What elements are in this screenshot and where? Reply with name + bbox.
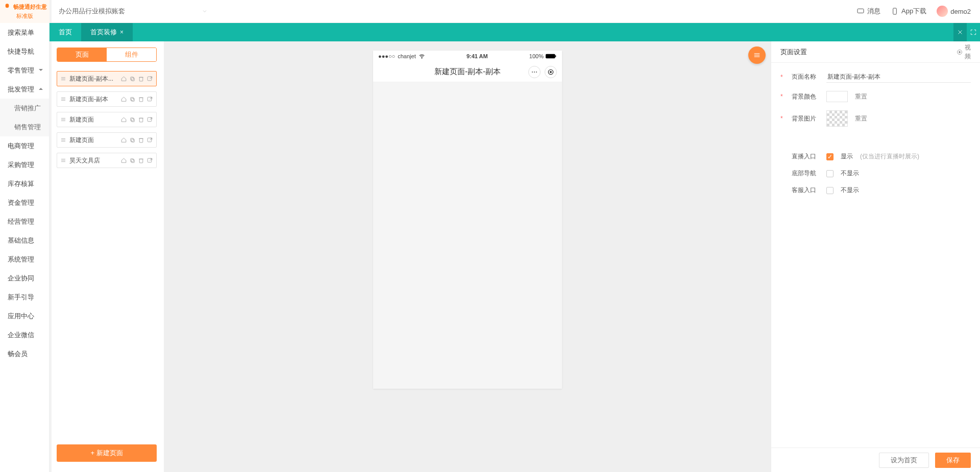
service-checkbox[interactable] <box>826 187 834 194</box>
share-icon[interactable] <box>146 76 153 82</box>
left-nav: 搜索菜单 快捷导航 零售管理 批发管理 营销推广 销售管理 电商管理 采购管理 … <box>0 23 50 472</box>
phone-preview: ●●●○○ chanjet 9:41 AM 100% 新建页面-副本- <box>373 51 562 389</box>
copy-icon[interactable] <box>129 137 136 144</box>
segment-component[interactable]: 组件 <box>107 48 156 61</box>
share-icon[interactable] <box>146 137 153 144</box>
video-help-link[interactable]: 视频 <box>957 43 971 61</box>
nav-retail[interactable]: 零售管理 <box>0 61 49 80</box>
nav-quick-nav[interactable]: 快捷导航 <box>0 42 49 61</box>
share-icon[interactable] <box>146 116 153 123</box>
nav-enterprise[interactable]: 企业协同 <box>0 269 49 288</box>
segment-page[interactable]: 页面 <box>57 48 107 61</box>
nav-search-menu[interactable]: 搜索菜单 <box>0 23 49 42</box>
tab-close-icon[interactable]: × <box>120 29 124 36</box>
canvas-menu-fab[interactable] <box>748 46 766 64</box>
page-name: 新建页面 <box>69 136 117 145</box>
delete-icon[interactable] <box>138 116 144 123</box>
home-icon[interactable] <box>120 76 127 82</box>
home-icon[interactable] <box>120 96 127 103</box>
drag-icon <box>60 76 66 82</box>
messages-link[interactable]: 消息 <box>856 7 880 16</box>
nav-funds[interactable]: 资金管理 <box>0 193 49 212</box>
nav-wechat-work[interactable]: 企业微信 <box>0 325 49 344</box>
bg-image-swatch[interactable] <box>826 110 848 127</box>
drag-icon <box>60 96 66 102</box>
live-show-checkbox[interactable]: ✓ <box>826 153 834 160</box>
segment-control: 页面 组件 <box>57 48 157 62</box>
home-icon[interactable] <box>120 157 127 164</box>
bg-image-reset[interactable]: 重置 <box>855 114 867 123</box>
phone-body[interactable] <box>373 82 562 389</box>
page-card[interactable]: 昊天文具店 <box>57 153 157 168</box>
delete-icon[interactable] <box>138 96 144 103</box>
page-card[interactable]: 新建页面 <box>57 112 157 127</box>
page-card[interactable]: 新建页面 <box>57 132 157 148</box>
svg-line-12 <box>150 77 152 79</box>
page-name: 新建页面-副本 <box>69 95 117 104</box>
phone-more-button[interactable] <box>528 66 541 78</box>
share-icon[interactable] <box>146 96 153 103</box>
page-name: 昊天文具店 <box>69 156 117 165</box>
nav-purchase[interactable]: 采购管理 <box>0 155 49 174</box>
nav-marketing[interactable]: 营销推广 <box>0 99 49 117</box>
settings-panel: 页面设置 视频 * 页面名称 * <box>771 41 980 472</box>
app-download-link[interactable]: App下载 <box>891 7 926 16</box>
home-icon[interactable] <box>120 137 127 144</box>
tab-close-button[interactable] <box>953 23 967 41</box>
set-home-button[interactable]: 设为首页 <box>879 453 929 468</box>
bg-color-swatch[interactable] <box>826 91 848 102</box>
copy-icon[interactable] <box>129 157 136 164</box>
svg-line-21 <box>150 97 152 99</box>
delete-icon[interactable] <box>138 157 144 164</box>
nav-operations[interactable]: 经营管理 <box>0 212 49 231</box>
nav-system[interactable]: 系统管理 <box>0 250 49 269</box>
nav-sales[interactable]: 销售管理 <box>0 117 49 136</box>
tab-home[interactable]: 首页 <box>50 23 81 41</box>
user-menu[interactable]: demo2 <box>937 6 971 17</box>
live-show-label: 显示 <box>841 152 853 161</box>
new-page-button[interactable]: + 新建页面 <box>57 444 157 462</box>
nav-basic-info[interactable]: 基础信息 <box>0 231 49 250</box>
tab-fullscreen-button[interactable] <box>967 23 980 41</box>
page-card[interactable]: 新建页面-副本... <box>57 71 157 86</box>
edition-label: 标准版 <box>16 12 33 20</box>
delete-icon[interactable] <box>138 76 144 82</box>
brand-logo[interactable]: 畅捷通好生意 标准版 <box>0 0 50 23</box>
svg-rect-53 <box>546 54 555 58</box>
drag-icon <box>60 157 66 163</box>
nav-beginner[interactable]: 新手引导 <box>0 288 49 306</box>
svg-rect-35 <box>131 138 134 141</box>
svg-rect-29 <box>148 117 152 122</box>
nav-ecommerce[interactable]: 电商管理 <box>0 136 49 155</box>
nav-member[interactable]: 畅会员 <box>0 344 49 363</box>
nav-app-center[interactable]: 应用中心 <box>0 306 49 325</box>
home-icon[interactable] <box>120 116 127 123</box>
copy-icon[interactable] <box>129 96 136 103</box>
label-bg-image: 背景图片 <box>792 114 819 123</box>
bottom-nav-checkbox[interactable] <box>826 170 834 177</box>
share-icon[interactable] <box>146 157 153 164</box>
tab-home-decorate[interactable]: 首页装修 × <box>81 23 133 41</box>
copy-icon[interactable] <box>129 116 136 123</box>
copy-icon[interactable] <box>129 76 136 82</box>
battery-label: 100% <box>529 53 544 59</box>
page-name: 新建页面 <box>69 115 117 124</box>
svg-rect-45 <box>139 159 143 163</box>
nav-wholesale[interactable]: 批发管理 <box>0 80 49 99</box>
page-name-input[interactable] <box>826 71 971 83</box>
phone-target-button[interactable] <box>545 66 557 78</box>
phone-header: 新建页面-副本-副本 <box>373 62 562 82</box>
field-live-entry: * 直播入口 ✓ 显示 (仅当进行直播时展示) <box>780 152 971 161</box>
save-button[interactable]: 保存 <box>935 453 971 468</box>
page-card[interactable]: 新建页面-副本 <box>57 91 157 107</box>
bg-color-reset[interactable]: 重置 <box>855 92 867 101</box>
left-nav-scrollbar[interactable] <box>50 0 52 472</box>
delete-icon[interactable] <box>138 137 144 144</box>
svg-marker-61 <box>959 51 961 53</box>
label-live-entry: 直播入口 <box>792 152 819 161</box>
svg-rect-1 <box>893 8 897 14</box>
nav-inventory[interactable]: 库存核算 <box>0 174 49 193</box>
business-dropdown[interactable]: 办公用品行业模拟账套 <box>59 0 208 23</box>
app-download-label: App下载 <box>901 7 926 16</box>
page-list: 新建页面-副本... 新建页面-副本 <box>57 71 157 168</box>
